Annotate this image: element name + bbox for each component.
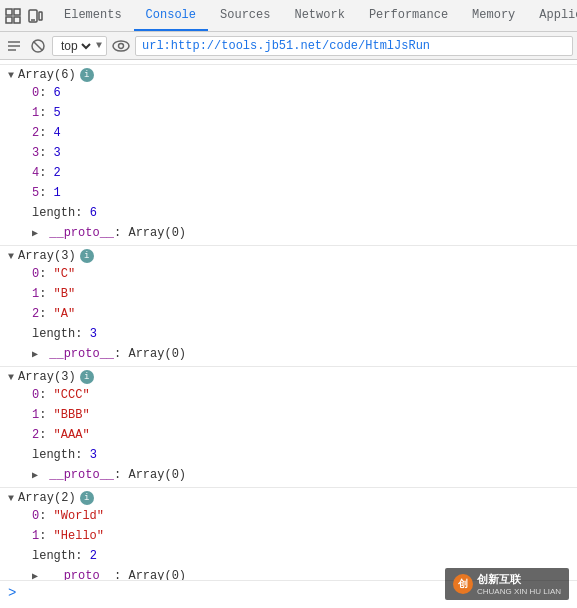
array-item: 4: 2 (24, 163, 577, 183)
svg-rect-2 (6, 17, 12, 23)
stop-icon[interactable] (28, 36, 48, 56)
array-header-3[interactable]: ▼Array(2)i (0, 490, 577, 506)
proto-key: __proto__ (49, 347, 114, 361)
tab-network[interactable]: Network (282, 0, 356, 31)
devtools-toolbar: Elements Console Sources Network Perform… (0, 0, 577, 32)
array-item: 1: 5 (24, 103, 577, 123)
item-value: "BBB" (54, 408, 90, 422)
item-value: "B" (54, 287, 76, 301)
array-item: 5: 1 (24, 183, 577, 203)
toolbar-icons (4, 7, 44, 25)
expand-triangle: ▼ (8, 372, 14, 383)
console-output: ▼Array(6)i0: 61: 52: 43: 34: 25: 1length… (0, 60, 577, 580)
array-item: 1: "BBB" (24, 405, 577, 425)
item-value: "C" (54, 267, 76, 281)
eye-icon[interactable] (111, 36, 131, 56)
context-select[interactable]: top (57, 38, 94, 54)
tab-performance[interactable]: Performance (357, 0, 460, 31)
item-value: 2 (54, 166, 61, 180)
array-header-1[interactable]: ▼Array(3)i (0, 248, 577, 264)
array-length-row: length: 3 (24, 445, 577, 465)
svg-point-13 (119, 43, 124, 48)
expand-triangle: ▼ (8, 493, 14, 504)
array-item: 1: "Hello" (24, 526, 577, 546)
tab-memory[interactable]: Memory (460, 0, 527, 31)
array-length-row: length: 2 (24, 546, 577, 566)
array-item: 0: 6 (24, 83, 577, 103)
svg-rect-1 (14, 9, 20, 15)
item-value: 4 (54, 126, 61, 140)
array-header-2[interactable]: ▼Array(3)i (0, 369, 577, 385)
proto-key: __proto__ (49, 468, 114, 482)
proto-val: Array(0) (128, 226, 186, 240)
tab-sources[interactable]: Sources (208, 0, 282, 31)
watermark: 创 创新互联 CHUANG XIN HU LIAN (445, 568, 569, 600)
item-value: "Hello" (54, 529, 104, 543)
array-group-2: ▼Array(3)i0: "CCC"1: "BBB"2: "AAA"length… (0, 366, 577, 487)
array-label: Array(3) (18, 370, 76, 384)
proto-triangle: ▶ (32, 468, 38, 483)
svg-rect-3 (14, 17, 20, 23)
array-group-3: ▼Array(2)i0: "World"1: "Hello"length: 2▶… (0, 487, 577, 580)
watermark-logo: 创 (453, 574, 473, 594)
array-proto-row[interactable]: ▶ __proto__: Array(0) (24, 223, 577, 243)
svg-point-12 (113, 41, 129, 51)
item-value: "AAA" (54, 428, 90, 442)
inspect-icon[interactable] (4, 7, 22, 25)
tab-list: Elements Console Sources Network Perform… (52, 0, 577, 31)
item-value: 5 (54, 106, 61, 120)
tab-console[interactable]: Console (134, 0, 208, 31)
expand-triangle: ▼ (8, 251, 14, 262)
item-value: 1 (54, 186, 61, 200)
proto-key: __proto__ (49, 226, 114, 240)
array-item: 3: 3 (24, 143, 577, 163)
url-bar: url:http://tools.jb51.net/code/HtmlJsRun (135, 36, 573, 56)
proto-val: Array(0) (128, 569, 186, 580)
info-icon[interactable]: i (80, 491, 94, 505)
svg-line-11 (34, 41, 43, 50)
item-value: 6 (54, 86, 61, 100)
array-items-0: 0: 61: 52: 43: 34: 25: 1length: 6▶ __pro… (0, 83, 577, 243)
array-header-0[interactable]: ▼Array(6)i (0, 67, 577, 83)
proto-key: __proto__ (49, 569, 114, 580)
array-proto-row[interactable]: ▶ __proto__: Array(0) (24, 465, 577, 485)
item-value: "World" (54, 509, 104, 523)
info-icon[interactable]: i (80, 249, 94, 263)
array-label: Array(2) (18, 491, 76, 505)
array-item: 0: "CCC" (24, 385, 577, 405)
array-item: 2: "AAA" (24, 425, 577, 445)
info-icon[interactable]: i (80, 68, 94, 82)
array-label: Array(3) (18, 249, 76, 263)
array-item: 2: "A" (24, 304, 577, 324)
proto-triangle: ▶ (32, 347, 38, 362)
console-toolbar: top ▼ url:http://tools.jb51.net/code/Htm… (0, 32, 577, 60)
array-items-2: 0: "CCC"1: "BBB"2: "AAA"length: 3▶ __pro… (0, 385, 577, 485)
proto-triangle: ▶ (32, 226, 38, 241)
proto-triangle: ▶ (32, 569, 38, 580)
item-value: "CCC" (54, 388, 90, 402)
array-group-1: ▼Array(3)i0: "C"1: "B"2: "A"length: 3▶ _… (0, 245, 577, 366)
item-value: "A" (54, 307, 76, 321)
tab-elements[interactable]: Elements (52, 0, 134, 31)
array-proto-row[interactable]: ▶ __proto__: Array(0) (24, 344, 577, 364)
array-item: 1: "B" (24, 284, 577, 304)
array-label: Array(6) (18, 68, 76, 82)
expand-triangle: ▼ (8, 70, 14, 81)
context-select-wrapper[interactable]: top ▼ (52, 36, 107, 56)
item-value: 3 (54, 146, 61, 160)
proto-val: Array(0) (128, 347, 186, 361)
array-length-row: length: 3 (24, 324, 577, 344)
info-icon[interactable]: i (80, 370, 94, 384)
watermark-text: 创新互联 CHUANG XIN HU LIAN (477, 572, 561, 596)
proto-val: Array(0) (128, 468, 186, 482)
device-icon[interactable] (26, 7, 44, 25)
clear-log-icon[interactable] (4, 36, 24, 56)
array-item: 0: "World" (24, 506, 577, 526)
array-item: 2: 4 (24, 123, 577, 143)
tab-application[interactable]: Application (527, 0, 577, 31)
svg-rect-0 (6, 9, 12, 15)
prompt-arrow: > (8, 585, 16, 601)
array-group-0: ▼Array(6)i0: 61: 52: 43: 34: 25: 1length… (0, 64, 577, 245)
svg-rect-5 (39, 12, 42, 20)
array-items-1: 0: "C"1: "B"2: "A"length: 3▶ __proto__: … (0, 264, 577, 364)
